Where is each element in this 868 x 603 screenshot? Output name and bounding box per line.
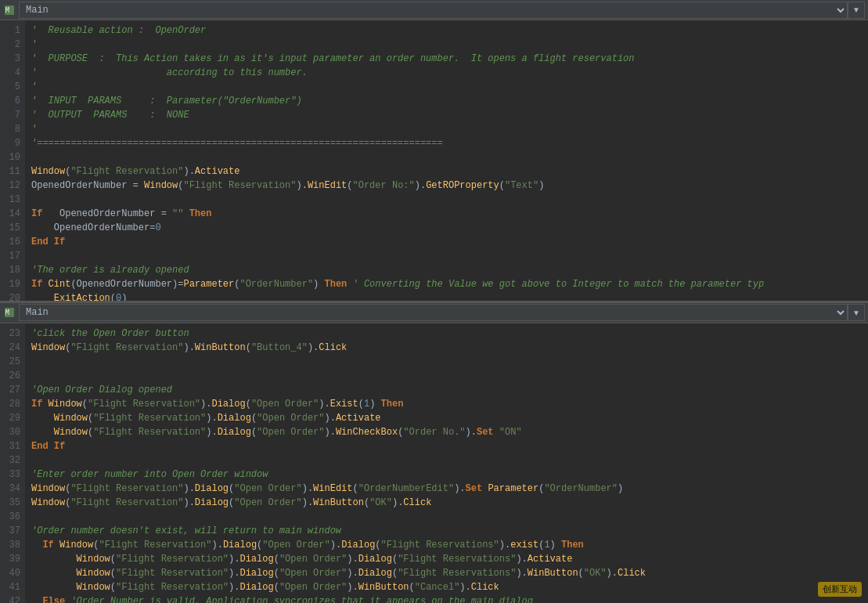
editor-container: M Main ▼ 1234567891011121314151617181920… — [0, 0, 868, 603]
svg-text:M: M — [5, 309, 9, 316]
code-line — [31, 193, 862, 207]
code-line: ' — [31, 38, 862, 52]
line-number: 37 — [5, 524, 20, 538]
bottom-tab-bar: M Main ▼ — [0, 303, 868, 323]
line-number: 7 — [5, 108, 20, 122]
line-number: 42 — [5, 594, 20, 603]
code-line: OpenedOrderNumber=0 — [31, 221, 862, 235]
code-line: OpenedOrderNumber = Window("Flight Reser… — [31, 179, 862, 193]
code-line — [31, 249, 862, 263]
line-number: 30 — [5, 425, 20, 439]
code-line: ' OUTPUT PARAMS : NONE — [31, 108, 862, 122]
code-line — [31, 510, 862, 524]
top-tab-icon: M — [3, 4, 16, 16]
line-number: 31 — [5, 439, 20, 453]
line-number: 25 — [5, 355, 20, 369]
line-number: 17 — [5, 249, 20, 263]
top-tab-bar: M Main ▼ — [0, 0, 868, 20]
line-number: 34 — [5, 482, 20, 496]
code-line: Window("Flight Reservation").Dialog("Ope… — [31, 496, 862, 510]
line-number: 26 — [5, 369, 20, 383]
line-number: 15 — [5, 221, 20, 235]
line-number: 12 — [5, 179, 20, 193]
line-number: 32 — [5, 453, 20, 468]
code-line: If Cint(OpenedOrderNumber)=Parameter("Or… — [31, 277, 862, 291]
top-line-numbers: 12345678910111213141516171819202122 — [0, 20, 25, 300]
top-tab-select[interactable]: Main — [19, 2, 848, 19]
code-line: 'click the Open Order button — [31, 327, 862, 341]
code-line: ' Reusable action : OpenOrder — [31, 23, 862, 38]
line-number: 36 — [5, 510, 20, 524]
line-number: 18 — [5, 263, 20, 277]
line-number: 41 — [5, 580, 20, 594]
code-line: '=======================================… — [31, 136, 862, 150]
top-code-content[interactable]: ' Reusable action : OpenOrder'' PURPOSE … — [25, 20, 868, 300]
line-number: 40 — [5, 566, 20, 580]
line-number: 28 — [5, 397, 20, 411]
code-line: Window("Flight Reservation").Dialog("Ope… — [31, 552, 862, 566]
line-number: 2 — [5, 38, 20, 52]
line-number: 8 — [5, 122, 20, 136]
bottom-tab-dropdown[interactable]: ▼ — [848, 304, 865, 321]
line-number: 27 — [5, 383, 20, 397]
code-line: Window("Flight Reservation").Dialog("Ope… — [31, 425, 862, 439]
top-pane: M Main ▼ 1234567891011121314151617181920… — [0, 0, 868, 303]
line-number: 35 — [5, 496, 20, 510]
code-line: Window("Flight Reservation").Dialog("Ope… — [31, 411, 862, 425]
line-number: 23 — [5, 327, 20, 341]
code-line: Window("Flight Reservation").Dialog("Ope… — [31, 566, 862, 580]
bottom-tab-select[interactable]: Main — [19, 304, 848, 321]
code-line: If OpenedOrderNumber = "" Then — [31, 207, 862, 221]
bottom-pane: M Main ▼ 2324252627282930313233343536373… — [0, 303, 868, 604]
line-number: 16 — [5, 235, 20, 249]
code-line: ' PURPOSE : This Action takes in as it's… — [31, 52, 862, 66]
top-code-area: 12345678910111213141516171819202122 ' Re… — [0, 20, 868, 300]
code-line: 'Enter order number into Open Order wind… — [31, 468, 862, 482]
line-number: 39 — [5, 552, 20, 566]
line-number: 13 — [5, 193, 20, 207]
bottom-tab-icon: M — [3, 306, 16, 319]
code-line: Window("Flight Reservation").Dialog("Ope… — [31, 580, 862, 594]
line-number: 9 — [5, 136, 20, 150]
code-line: If Window("Flight Reservation").Dialog("… — [31, 538, 862, 552]
top-tab-dropdown[interactable]: ▼ — [848, 2, 865, 19]
code-line: 'Order number doesn't exist, will return… — [31, 524, 862, 538]
code-line: ' — [31, 80, 862, 94]
svg-text:M: M — [5, 7, 9, 14]
code-line: ExitAction(0) — [31, 291, 862, 300]
bottom-code-content[interactable]: 'click the Open Order buttonWindow("Flig… — [25, 323, 868, 603]
line-number: 5 — [5, 80, 20, 94]
code-line: End If — [31, 439, 862, 453]
code-line: 'The order is already opened — [31, 263, 862, 277]
code-line — [31, 355, 862, 369]
code-line: ' — [31, 122, 862, 136]
code-line — [31, 150, 862, 164]
code-line: Window("Flight Reservation").Dialog("Ope… — [31, 482, 862, 496]
line-number: 11 — [5, 164, 20, 179]
code-line — [31, 369, 862, 383]
line-number: 19 — [5, 277, 20, 291]
bottom-line-numbers: 2324252627282930313233343536373839404142… — [0, 323, 25, 603]
line-number: 6 — [5, 94, 20, 108]
line-number: 1 — [5, 23, 20, 38]
code-line: ' according to this number. — [31, 66, 862, 80]
code-line — [31, 453, 862, 468]
line-number: 29 — [5, 411, 20, 425]
line-number: 38 — [5, 538, 20, 552]
line-number: 10 — [5, 150, 20, 164]
line-number: 14 — [5, 207, 20, 221]
code-line: ' INPUT PARAMS : Parameter("OrderNumber"… — [31, 94, 862, 108]
code-line: Window("Flight Reservation").WinButton("… — [31, 341, 862, 355]
code-line: End If — [31, 235, 862, 249]
line-number: 20 — [5, 291, 20, 300]
code-line: 'Open Order Dialog opened — [31, 383, 862, 397]
code-line: Else 'Order Number is valid. Application… — [31, 594, 862, 603]
code-line: If Window("Flight Reservation").Dialog("… — [31, 397, 862, 411]
watermark: 创新互动 — [818, 582, 862, 597]
code-line: Window("Flight Reservation").Activate — [31, 164, 862, 179]
bottom-code-area: 2324252627282930313233343536373839404142… — [0, 323, 868, 603]
line-number: 3 — [5, 52, 20, 66]
line-number: 4 — [5, 66, 20, 80]
line-number: 33 — [5, 468, 20, 482]
line-number: 24 — [5, 341, 20, 355]
